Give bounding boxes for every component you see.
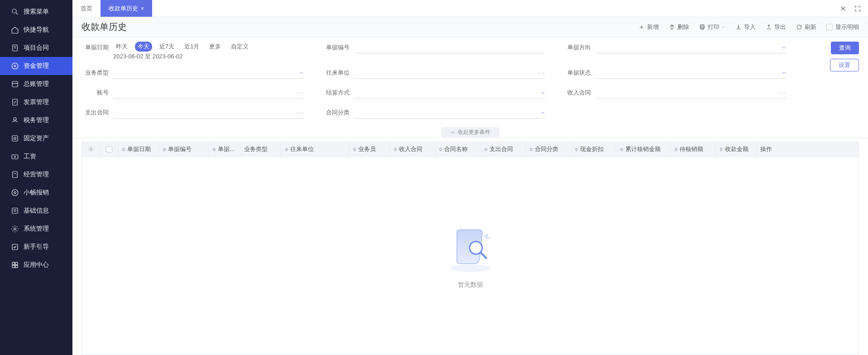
svg-point-13 [14,156,16,157]
th-contract-cat[interactable]: 合同分类 [526,142,571,156]
show-detail-checkbox[interactable]: 显示明细 [826,23,859,31]
reimburse-icon [11,189,19,197]
import-button[interactable]: 导入 [735,23,756,31]
sidebar-item-invoice[interactable]: 发票管理 [0,93,72,111]
doc-no-input[interactable] [354,42,545,53]
th-doc-more[interactable]: 单据... [209,142,240,156]
table: 单据日期 单据编号 单据... 业务类型 往来单位 业务员 收入合同 合同名称 … [72,138,868,355]
tab-label: 首页 [81,5,92,13]
sidebar-item-system[interactable]: 系统管理 [0,220,72,238]
date-opt-custom[interactable]: 自定义 [228,42,251,52]
sidebar-item-apps[interactable]: 应用中心 [0,256,72,274]
filter-date: 单据日期 昨天 今天 近7天 近1月 更多 自定义 2023-06-02 至 2… [82,42,304,61]
date-opt-7days[interactable]: 近7天 [157,42,177,52]
th-partner[interactable]: 往来单位 [281,142,349,156]
date-opt-today[interactable]: 今天 [135,42,152,52]
income-contract-input[interactable]: ··· [595,87,786,99]
tab-label: 收款单历史 [109,5,138,13]
filter-doc-no: 单据编号 [322,42,545,61]
export-button[interactable]: 导出 [766,23,786,31]
direction-select[interactable] [595,42,786,53]
filters-panel: 单据日期 昨天 今天 近7天 近1月 更多 自定义 2023-06-02 至 2… [72,37,868,138]
column-settings-button[interactable] [82,142,100,156]
settle-select[interactable] [354,87,545,99]
sidebar-item-tax[interactable]: 税务管理 [0,111,72,129]
sidebar-item-reimburse[interactable]: 小畅报销 [0,184,72,202]
sidebar-item-operation[interactable]: 经营管理 [0,166,72,184]
sidebar-item-label: 小畅报销 [24,189,49,197]
sidebar-item-quicknav[interactable]: 快捷导航 [0,21,72,39]
sidebar-item-ledger[interactable]: 总账管理 [0,75,72,93]
sidebar-item-guide[interactable]: 新手引导 [0,238,72,256]
more-icon[interactable]: ··· [297,109,304,116]
apps-icon [11,261,19,269]
svg-rect-21 [12,244,18,250]
sidebar-item-label: 新手引导 [24,243,49,251]
refresh-button[interactable]: 刷新 [796,23,816,31]
partner-input[interactable]: ··· [354,67,545,79]
sidebar-item-baseinfo[interactable]: 基础信息 [0,202,72,220]
biz-type-select[interactable] [113,67,304,79]
chevron-down-icon [781,70,786,76]
collapse-filters-button[interactable]: 收起更多条件 [441,127,499,137]
add-button[interactable]: 新增 [638,23,659,31]
sidebar-item-label: 基础信息 [24,207,49,215]
assets-icon [11,134,19,142]
filter-account: 账号 ··· [82,87,304,100]
svg-line-36 [480,252,486,258]
date-opt-yesterday[interactable]: 昨天 [113,42,130,52]
close-all-icon[interactable] [839,5,847,13]
svg-rect-14 [13,171,18,178]
date-opt-1month[interactable]: 近1月 [182,42,202,52]
account-input[interactable]: ··· [113,87,304,99]
sidebar-item-fixed-assets[interactable]: 固定资产 [0,129,72,147]
sidebar-item-label: 税务管理 [24,116,49,124]
th-doc-date[interactable]: 单据日期 [118,142,159,156]
sidebar-item-salary[interactable]: 工资 [0,147,72,166]
th-expend-contract[interactable]: 支出合同 [480,142,526,156]
th-pending-writeoff[interactable]: 待核销额 [671,142,716,156]
th-doc-no[interactable]: 单据编号 [159,142,209,156]
svg-rect-22 [12,262,14,265]
print-button[interactable]: 打印 [699,23,725,31]
table-body: 暂无数据 [82,157,859,355]
delete-button[interactable]: 删除 [669,23,689,31]
th-cash-discount[interactable]: 现金折扣 [571,142,616,156]
fullscreen-icon[interactable] [854,5,862,13]
more-icon[interactable]: ··· [297,89,304,96]
contract-cat-select[interactable] [354,107,545,118]
config-button[interactable]: 设置 [830,59,859,71]
document-icon [11,44,19,52]
filter-income-contract: 收入合同 ··· [564,87,786,100]
chevron-down-icon [299,70,304,76]
th-contract-name[interactable]: 合同名称 [435,142,480,156]
more-icon[interactable]: ··· [779,89,786,96]
filter-biz-type: 业务类型 [82,67,304,80]
th-cumulative-writeoff[interactable]: 累计核销金额 [616,142,671,156]
tab-home[interactable]: 首页 [72,0,101,17]
status-select[interactable] [595,67,786,79]
info-icon [11,207,19,215]
th-salesperson[interactable]: 业务员 [349,142,390,156]
filter-expend-contract: 支出合同 ··· [82,107,304,120]
sidebar-item-search[interactable]: 搜索菜单 [0,3,72,21]
th-income-contract[interactable]: 收入合同 [390,142,435,156]
sidebar-item-label: 发票管理 [24,98,49,106]
sidebar-item-project-contract[interactable]: 项目合同 [0,39,72,57]
expend-contract-input[interactable]: ··· [113,107,304,118]
chevron-down-icon [540,110,546,115]
th-biz-type[interactable]: 业务类型 [240,142,281,156]
svg-rect-17 [12,208,18,213]
th-receipt-amount[interactable]: 收款金额 [716,142,757,156]
svg-point-16 [12,189,18,196]
close-icon[interactable]: × [141,5,144,12]
svg-rect-24 [12,265,14,268]
checkbox-icon[interactable] [826,24,833,30]
select-all-checkbox[interactable] [100,142,118,156]
tab-receipt-history[interactable]: 收款单历史 × [101,0,152,17]
sidebar-item-funds[interactable]: 资金管理 [0,57,72,75]
date-opt-more[interactable]: 更多 [206,42,224,52]
query-button[interactable]: 查询 [831,42,859,54]
svg-rect-12 [12,155,18,159]
more-icon[interactable]: ··· [538,69,546,76]
